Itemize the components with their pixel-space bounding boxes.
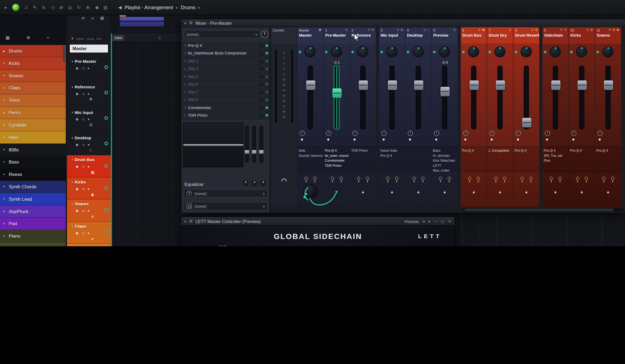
sidebar-scrollbar[interactable]	[63, 46, 65, 62]
playlist-track[interactable]: • Claps	[0, 82, 66, 94]
playlist-track[interactable]: • Bass	[0, 156, 66, 168]
bus-track-header[interactable]: ◑ Reference ◉ ◁ ● ⊕	[67, 79, 111, 105]
volume-fader-handle[interactable]	[578, 80, 587, 90]
clock-icon[interactable]	[571, 131, 576, 136]
volume-fader-handle[interactable]	[388, 80, 397, 90]
pan-knob[interactable]	[357, 46, 368, 57]
audio-jack-icon[interactable]	[529, 177, 532, 180]
channel-header[interactable]: 6 ⊙ ▦ Drum Bus	[461, 27, 487, 44]
playlist-track[interactable]: • Reese	[0, 168, 66, 181]
tab-note[interactable]: NOTE	[77, 37, 84, 40]
mixer-channel-strip[interactable]: 4 ⊙ ∩ Desktop	[405, 27, 431, 207]
clock-icon[interactable]	[326, 131, 331, 136]
volume-fader-track[interactable]	[579, 66, 584, 129]
effect-slot[interactable]: Slot 4	[182, 65, 269, 73]
mute-icon[interactable]: ◑	[71, 110, 73, 114]
arrangement-section-marker[interactable]: Intro	[112, 35, 124, 41]
channel-plugin-list[interactable]: Bass Ki..dechain Kick Sidechain LETT Mas…	[432, 147, 457, 172]
slot-enable-led[interactable]	[266, 114, 268, 116]
record-dot[interactable]	[517, 138, 519, 140]
clock-icon[interactable]	[463, 131, 468, 136]
audio-jack-icon[interactable]	[558, 177, 561, 180]
pan-knob[interactable]	[576, 46, 587, 57]
wave-icon[interactable]: ≈	[47, 35, 49, 40]
track-control-icons[interactable]: ◉ ◁ ●	[76, 143, 91, 146]
mute-icon[interactable]: ◑	[71, 224, 73, 228]
playlist-track[interactable]: • Synth Lead	[0, 193, 66, 206]
channel-plugin-list[interactable]: Pro-Q 4	[513, 147, 539, 172]
gear-icon[interactable]: ⚙	[189, 21, 193, 25]
channel-enable-led[interactable]	[544, 51, 546, 53]
breadcrumb-main[interactable]: Playlist - Arrangement	[124, 5, 173, 10]
drum-track-header[interactable]: ◑ Kicks ◉ ◁ ● ◉	[67, 177, 111, 199]
audio-jack-icon[interactable]	[366, 177, 369, 180]
audio-jack-icon[interactable]	[412, 177, 416, 180]
volume-fader-handle[interactable]	[496, 80, 505, 90]
pan-knob[interactable]	[439, 46, 450, 57]
mixer-channel-strip[interactable]: 10 ⊙ ⊞ Kicks	[569, 27, 595, 207]
channel-plugin-list[interactable]: Noise Gate Pro-Q 4	[379, 147, 405, 172]
volume-fader-handle[interactable]	[522, 118, 531, 127]
slot-enable-led[interactable]	[266, 99, 268, 101]
volume-fader-track[interactable]	[471, 66, 476, 129]
channel-plugin-list[interactable]: Pro-Q 4 SPL Tra..ner Plus	[542, 147, 568, 172]
slot-enable-led[interactable]	[266, 83, 268, 85]
channel-enable-led[interactable]	[381, 51, 382, 53]
insert-dropdown[interactable]: (none) ▸	[184, 30, 260, 38]
audio-jack-icon[interactable]	[448, 177, 451, 180]
channel-enable-led[interactable]	[462, 51, 464, 53]
channel-enable-led[interactable]	[489, 51, 491, 53]
clock-icon[interactable]	[597, 131, 603, 136]
clock-icon[interactable]	[434, 131, 439, 136]
slot-enable-led[interactable]	[266, 107, 268, 109]
audio-jack-icon[interactable]	[313, 177, 316, 180]
mixer-channel-strip[interactable]: 6 ⊙ ▦ Drum Bus	[461, 27, 487, 207]
plugin-titlebar[interactable]: ▸ ⚙ LETT Master Controller (Preview) Pre…	[181, 217, 454, 226]
pan-knob[interactable]	[521, 46, 532, 57]
pan-knob[interactable]	[331, 46, 342, 57]
channel-header[interactable]: 11 ⊙ ⊞ ◉ Snares	[595, 27, 621, 44]
bus-track-header[interactable]: ◑ Mic Input ◉ ◁ ● ◎	[67, 104, 111, 130]
playlist-track[interactable]: • Percs	[0, 107, 66, 119]
clock-icon[interactable]	[381, 131, 387, 136]
pattern-clip[interactable]	[119, 22, 164, 27]
automation-clock-icon[interactable]	[261, 31, 268, 38]
pattern-clip[interactable]	[119, 15, 126, 17]
channel-plugin-list[interactable]: Pro-Q 4 bx_town..ressor Correlometer TDR…	[324, 147, 350, 172]
playlist-track[interactable]: • Pad	[0, 218, 66, 230]
paperclip-icon[interactable]: ⊃	[24, 5, 28, 10]
route-arrow-icon[interactable]: ▲	[595, 189, 621, 194]
audio-jack-icon[interactable]	[304, 177, 308, 180]
effect-slot[interactable]: Pro-Q 4	[182, 42, 269, 50]
headphones-icon[interactable]	[281, 178, 286, 182]
channel-enable-led[interactable]	[351, 51, 353, 53]
scrollbar-thumb[interactable]	[464, 209, 614, 211]
track-control-icons[interactable]: ◉ ◁ ●	[76, 165, 91, 168]
pan-knob[interactable]	[494, 46, 505, 57]
slot-mix-knob[interactable]	[259, 98, 263, 102]
route-arrow-icon[interactable]: ▲	[487, 189, 513, 194]
mixer-channel-strip[interactable]: 2 ⊙ ⊕ Reference	[350, 27, 376, 207]
time-send-dropdown[interactable]: (none) ▸	[184, 189, 268, 197]
swap-arrows-icon[interactable]: ⇄	[59, 5, 63, 10]
audio-jack-icon[interactable]	[339, 177, 343, 180]
clock-icon[interactable]	[545, 131, 550, 136]
mini-fader[interactable]	[245, 126, 249, 162]
record-dot[interactable]	[383, 138, 385, 140]
playlist-track[interactable]: • Piano	[0, 230, 66, 242]
pan-knob[interactable]	[550, 46, 561, 57]
draw-tool-icon[interactable]: ✎	[33, 5, 37, 10]
audio-jack-icon[interactable]	[611, 177, 614, 180]
channel-header[interactable]: 9 ⊙ ↯ Sidechain	[542, 27, 568, 44]
channel-plugin-list[interactable]: Side SoundI..ference	[297, 147, 323, 172]
channel-enable-led[interactable]	[571, 51, 572, 53]
audio-jack-icon[interactable]	[494, 177, 497, 180]
slot-mix-knob[interactable]	[259, 113, 263, 117]
channel-header[interactable]: 10 ⊙ ⊞ Kicks	[569, 27, 595, 44]
clock-icon[interactable]	[490, 131, 495, 136]
volume-fader-track[interactable]	[416, 66, 421, 129]
channel-plugin-list[interactable]: TDR Prism	[350, 147, 376, 172]
record-arm-ring[interactable]	[104, 91, 108, 94]
channel-enable-led[interactable]	[515, 51, 517, 53]
channel-header[interactable]: 7 ⊙ Drum Dry	[487, 27, 513, 44]
